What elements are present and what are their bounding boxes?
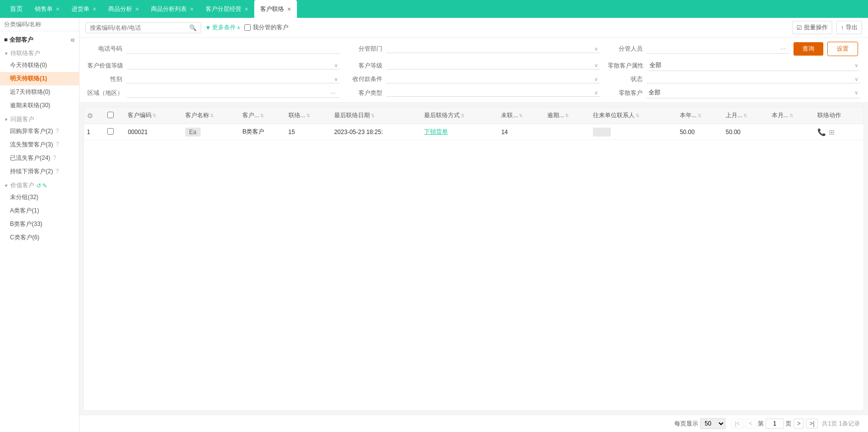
filter-branch-person-select[interactable]: ··· <box>647 44 790 54</box>
nav-tab-customer-contact[interactable]: 客户联络 ✕ <box>254 0 297 18</box>
content-area: 🔍 ▼ 更多条件 ∧ 我分管的客户 ☑ 批量操作 ↑ 导出 <box>79 18 868 432</box>
sidebar-item-overdue-contact[interactable]: 逾期未联络(30) <box>0 99 79 112</box>
filter-customer-value: 客户价值等级 ∨ <box>87 60 340 71</box>
filter-retail-attr-label: 零散客户属性 <box>608 62 644 70</box>
th-code[interactable]: 客户编码⇅ <box>125 107 182 124</box>
th-this-month[interactable]: 本月...⇅ <box>769 107 814 124</box>
help-icon-churn: ? <box>56 141 59 148</box>
filter-gender: 性别 ∨ <box>87 75 340 83</box>
search-bar: 🔍 ▼ 更多条件 ∧ 我分管的客户 ☑ 批量操作 ↑ 导出 <box>79 18 868 38</box>
th-no-contact-days[interactable]: 未联...⇅ <box>498 107 544 124</box>
nav-tab-sales[interactable]: 销售单 ✕ <box>29 0 66 18</box>
search-submit-icon[interactable]: 🔍 <box>189 24 197 31</box>
filter-customer-grade-select[interactable]: ∨ <box>386 62 600 70</box>
nav-tab-product-analysis-list[interactable]: 商品分析列表 ✕ <box>145 0 200 18</box>
sidebar-item-7days-contact[interactable]: 近7天待联络(0) <box>0 85 79 99</box>
first-page-btn[interactable]: |< <box>731 419 743 429</box>
close-product-analysis-tab[interactable]: ✕ <box>135 6 139 12</box>
last-page-btn[interactable]: >| <box>806 419 818 429</box>
sidebar-item-churn-warning[interactable]: 流失预警客户(3) ? <box>0 138 79 151</box>
sidebar-item-ungrouped[interactable]: 未分组(32) <box>0 191 79 204</box>
th-checkbox[interactable] <box>104 107 125 124</box>
sidebar-search-input[interactable] <box>4 21 78 28</box>
close-purchase-tab[interactable]: ✕ <box>92 6 96 12</box>
filter-customer-value-select[interactable]: ∨ <box>127 62 340 70</box>
sidebar-item-b-class[interactable]: B类客户(33) <box>0 217 79 231</box>
sidebar-all-customers[interactable]: ■ 全部客户 « <box>0 31 79 46</box>
page-size-select[interactable]: 50 100 200 <box>700 418 725 429</box>
prev-page-btn[interactable]: < <box>745 419 756 429</box>
td-checkbox[interactable] <box>104 124 125 140</box>
filter-status-label: 状态 <box>608 75 643 83</box>
batch-op-btn[interactable]: ☑ 批量操作 <box>792 21 832 34</box>
filter-retail-customer-select[interactable]: 全部 ∨ <box>647 87 860 98</box>
td-last-contact-date: 2023-05-23 18:25: <box>331 124 422 140</box>
th-name[interactable]: 客户名称⇅ <box>182 107 239 124</box>
filter-panel: 电话号码 分管部门 ∨ 分管人员 ··· 查询 设置 <box>79 38 868 103</box>
sort-last-method-icon: ⇅ <box>461 113 465 118</box>
th-this-year[interactable]: 本年...⇅ <box>677 107 723 124</box>
settings-button[interactable]: 设置 <box>827 42 858 56</box>
table-header-row: ⚙ 客户编码⇅ 客户名称⇅ 客户...⇅ 联络...⇅ 最后联络日期⇅ 最后联络… <box>84 107 864 124</box>
filter-branch-dept-select[interactable]: ∨ <box>386 45 600 53</box>
td-last-contact-method: 下销货单 <box>421 124 498 140</box>
export-btn[interactable]: ↑ 导出 <box>836 21 862 34</box>
filter-gender-select[interactable]: ∨ <box>126 75 340 83</box>
nav-tab-product-analysis[interactable]: 商品分析 ✕ <box>102 0 145 18</box>
close-product-analysis-list-tab[interactable]: ✕ <box>190 6 194 12</box>
th-contact-count[interactable]: 联络...⇅ <box>286 107 331 124</box>
phone-action-icon[interactable]: 📞 <box>817 128 826 136</box>
sidebar-item-tomorrow-contact[interactable]: 明天待联络(1) <box>0 72 79 85</box>
search-input[interactable] <box>90 24 189 31</box>
nav-tab-purchase[interactable]: 进货单 ✕ <box>66 0 102 18</box>
filter-customer-type-select[interactable]: ∨ <box>386 89 600 97</box>
filter-status-select[interactable]: ∨ <box>647 75 860 83</box>
close-customer-strat-tab[interactable]: ✕ <box>244 6 248 12</box>
sidebar-item-churned[interactable]: 已流失客户(24) ? <box>0 151 79 165</box>
filter-payment-select[interactable]: ∨ <box>386 75 600 83</box>
my-customers-checkbox[interactable] <box>244 24 251 31</box>
filter-region-select[interactable]: ··· <box>127 88 340 98</box>
grid-action-icon[interactable]: ⊞ <box>829 128 835 136</box>
th-type[interactable]: 客户...⇅ <box>239 107 285 124</box>
nav-home[interactable]: 首页 <box>4 0 29 18</box>
page-size-label: 每页显示 <box>674 420 698 428</box>
column-settings-icon[interactable]: ⚙ <box>87 112 93 120</box>
region-ellipsis[interactable]: ··· <box>329 89 338 96</box>
close-customer-contact-tab[interactable]: ✕ <box>287 6 291 12</box>
edit-value-icon[interactable]: ✎ <box>42 182 47 189</box>
sidebar-item-c-class[interactable]: C类客户(6) <box>0 231 79 244</box>
select-all-checkbox[interactable] <box>107 112 114 118</box>
sidebar-item-declining[interactable]: 持续下滑客户(2) ? <box>0 165 79 178</box>
page-number-input[interactable] <box>766 419 784 429</box>
td-overdue <box>544 124 590 140</box>
close-sales-tab[interactable]: ✕ <box>56 6 60 12</box>
sidebar-group-value[interactable]: 价值客户 ↺ ✎ <box>0 178 79 191</box>
sidebar-item-repurchase-anomaly[interactable]: 回购异常客户(2) ? <box>0 125 79 138</box>
refresh-value-icon[interactable]: ↺ <box>36 182 41 189</box>
query-button[interactable]: 查询 <box>794 42 823 56</box>
th-last-contact-date[interactable]: 最后联络日期⇅ <box>331 107 422 124</box>
sidebar-item-a-class[interactable]: A类客户(1) <box>0 204 79 217</box>
sidebar-collapse-icon[interactable]: « <box>71 35 75 44</box>
sidebar-item-today-contact[interactable]: 今天待联络(0) <box>0 59 79 72</box>
branch-person-ellipsis[interactable]: ··· <box>779 45 788 52</box>
th-last-month[interactable]: 上月...⇅ <box>723 107 768 124</box>
th-gear[interactable]: ⚙ <box>84 107 104 124</box>
more-filters-btn[interactable]: ▼ 更多条件 ∧ <box>205 23 240 32</box>
row-checkbox[interactable] <box>107 128 114 135</box>
th-last-contact-method[interactable]: 最后联络方式⇅ <box>421 107 498 124</box>
th-overdue[interactable]: 逾期...⇅ <box>544 107 590 124</box>
td-type: B类客户 <box>239 124 285 140</box>
nav-tab-customer-stratification[interactable]: 客户分层经营 ✕ <box>200 0 254 18</box>
td-actions: 📞 ⊞ <box>814 124 864 140</box>
next-page-btn[interactable]: > <box>794 419 804 429</box>
filter-phone-input[interactable] <box>126 44 340 54</box>
sidebar-group-problem[interactable]: 问题客户 <box>0 112 79 125</box>
th-contact-person[interactable]: 往来单位联系人⇅ <box>590 107 677 124</box>
sidebar-group-pending[interactable]: 待联络客户 <box>0 46 79 59</box>
filter-retail-attr-select[interactable]: 全部 ∨ <box>648 60 860 71</box>
my-customers-checkbox-wrap[interactable]: 我分管的客户 <box>244 23 289 32</box>
last-contact-method-link[interactable]: 下销货单 <box>424 128 448 135</box>
sort-contact-count-icon: ⇅ <box>306 113 310 118</box>
